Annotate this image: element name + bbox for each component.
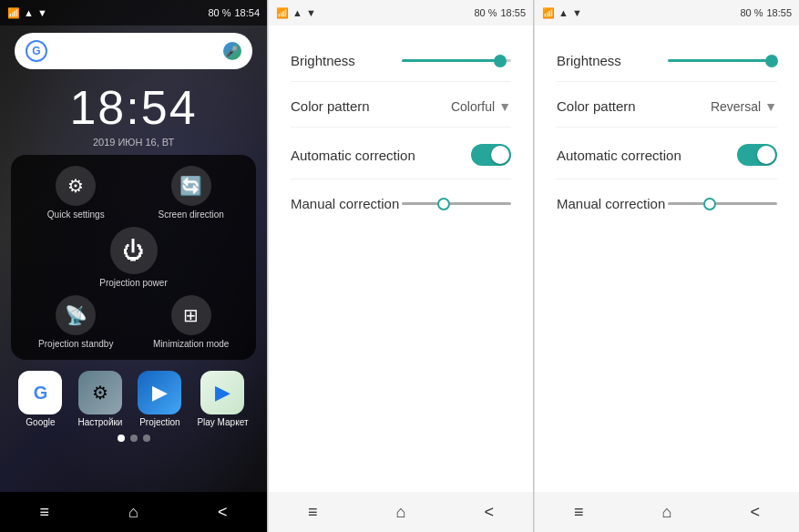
dot-1 (118, 435, 125, 442)
sim-icon: 📶 (7, 7, 20, 19)
app-play[interactable]: ▶ Play Маркет (197, 371, 248, 427)
date-display: 2019 ИЮН 16, ВТ (0, 137, 267, 148)
projection-standby-item[interactable]: 📡 Projection standby (22, 295, 130, 349)
app-label-settings: Настройки (77, 417, 122, 427)
status-bar-s1: 📶 ▲ ▼ 80 % 18:55 (269, 0, 533, 26)
nav-back-icon[interactable]: < (218, 503, 228, 522)
color-pattern-dropdown-2[interactable]: Reversal ▼ (711, 99, 777, 114)
settings-content-1: Brightness Color pattern Colorful ▼ Auto… (269, 26, 533, 492)
brightness-label-2: Brightness (557, 53, 621, 68)
screen-direction-item[interactable]: 🔄 Screen direction (138, 166, 246, 220)
minimization-mode-label: Minimization mode (153, 339, 229, 349)
brightness-thumb-2[interactable] (765, 55, 778, 67)
color-pattern-label-2: Color pattern (557, 98, 636, 114)
minimization-mode-icon: ⊞ (171, 295, 211, 335)
app-settings[interactable]: ⚙ Настройки (77, 371, 122, 427)
dot-3 (143, 435, 150, 442)
auto-correction-label-2: Automatic correction (557, 148, 681, 163)
battery-icon: 80 % (208, 7, 230, 18)
s2-status-left: 📶 ▲ ▼ (542, 7, 582, 19)
app-icon-play: ▶ (200, 371, 244, 414)
status-right: 80 % 18:54 (208, 7, 260, 18)
nav-home-s2[interactable]: ⌂ (662, 503, 672, 522)
manual-correction-label-1: Manual correction (291, 196, 399, 211)
color-pattern-value-2: Reversal (711, 99, 761, 114)
brightness-track-1 (402, 59, 511, 62)
auto-correction-toggle-2[interactable] (737, 144, 777, 166)
brightness-thumb-1[interactable] (494, 55, 507, 67)
s2-time: 18:55 (766, 7, 792, 18)
app-google[interactable]: G Google (18, 371, 62, 427)
manual-track-1 (402, 202, 511, 205)
brightness-track-2 (668, 59, 777, 62)
app-icon-projection: ▶ (138, 371, 181, 414)
manual-track-2 (668, 202, 777, 205)
s2-status-right: 80 % 18:55 (740, 7, 792, 18)
settings-content-2: Brightness Color pattern Reversal ▼ Auto… (535, 26, 799, 492)
manual-thumb-1[interactable] (437, 198, 450, 210)
manual-correction-label-2: Manual correction (557, 196, 665, 211)
nav-home-s1[interactable]: ⌂ (396, 503, 406, 522)
projection-standby-icon: 📡 (56, 295, 96, 335)
app-icon-google: G (18, 371, 62, 414)
manual-slider-1[interactable] (402, 202, 511, 205)
minimization-mode-item[interactable]: ⊞ Minimization mode (138, 295, 246, 349)
color-pattern-label-1: Color pattern (291, 98, 370, 114)
time-display: 18:54 (234, 7, 260, 18)
app-projection[interactable]: ▶ Projection (138, 371, 181, 427)
mic-icon[interactable]: 🎤 (223, 42, 241, 60)
color-pattern-dropdown-1[interactable]: Colorful ▼ (451, 99, 511, 114)
app-label-play: Play Маркет (197, 417, 248, 427)
manual-slider-2[interactable] (668, 202, 777, 205)
manual-correction-row-1: Manual correction (291, 183, 511, 224)
search-bar[interactable]: G 🎤 (15, 33, 252, 69)
app-icon-settings: ⚙ (78, 371, 122, 414)
projection-power-item[interactable]: ⏻ Projection power (22, 227, 245, 288)
page-dots (0, 435, 267, 442)
brightness-control-1 (402, 59, 511, 62)
nav-menu-icon[interactable]: ≡ (40, 503, 50, 522)
color-pattern-row-1: Color pattern Colorful ▼ (291, 86, 511, 128)
nav-menu-s2[interactable]: ≡ (574, 503, 584, 522)
dropdown-arrow-1: ▼ (498, 99, 511, 114)
s1-signal-dn: ▼ (306, 7, 316, 18)
app-label-google: Google (26, 417, 55, 427)
quick-menu: ⚙ Quick settings 🔄 Screen direction ⏻ Pr… (11, 155, 256, 360)
status-left: 📶 ▲ ▼ (7, 7, 47, 19)
s1-battery: 80 % (474, 7, 497, 18)
manual-correction-row-2: Manual correction (557, 183, 777, 224)
brightness-label-1: Brightness (291, 53, 355, 68)
s1-sim-icon: 📶 (276, 7, 289, 19)
s1-status-right: 80 % 18:55 (474, 7, 526, 18)
color-pattern-value-1: Colorful (451, 99, 495, 114)
google-logo: G (26, 40, 47, 62)
brightness-slider-2[interactable] (668, 59, 777, 62)
s1-time: 18:55 (500, 7, 526, 18)
quick-settings-icon: ⚙ (56, 166, 96, 206)
nav-bar-phone: ≡ ⌂ < (0, 492, 267, 532)
settings-panel-2: 📶 ▲ ▼ 80 % 18:55 Brightness Color patter… (534, 0, 799, 532)
quick-settings-item[interactable]: ⚙ Quick settings (22, 166, 130, 220)
nav-home-icon[interactable]: ⌂ (128, 503, 138, 522)
projection-standby-label: Projection standby (38, 339, 113, 349)
brightness-slider-1[interactable] (402, 59, 511, 62)
manual-thumb-2[interactable] (703, 198, 716, 210)
auto-correction-row-1: Automatic correction (291, 131, 511, 179)
nav-menu-s1[interactable]: ≡ (308, 503, 318, 522)
toggle-knob-2 (757, 146, 775, 164)
auto-correction-row-2: Automatic correction (557, 131, 777, 179)
color-pattern-row-2: Color pattern Reversal ▼ (557, 86, 777, 128)
brightness-row-2: Brightness (557, 40, 777, 82)
projection-power-label: Projection power (99, 278, 167, 288)
nav-bar-s1: ≡ ⌂ < (269, 492, 533, 532)
settings-panel-1: 📶 ▲ ▼ 80 % 18:55 Brightness Color patter… (268, 0, 533, 532)
nav-back-s2[interactable]: < (750, 503, 760, 522)
brightness-row-1: Brightness (291, 40, 511, 82)
auto-correction-toggle-1[interactable] (471, 144, 511, 166)
screen-direction-label: Screen direction (159, 210, 224, 220)
toggle-knob-1 (491, 146, 509, 164)
dropdown-arrow-2: ▼ (764, 99, 777, 114)
nav-back-s1[interactable]: < (484, 503, 494, 522)
s2-battery: 80 % (740, 7, 763, 18)
projection-power-icon: ⏻ (110, 227, 158, 274)
